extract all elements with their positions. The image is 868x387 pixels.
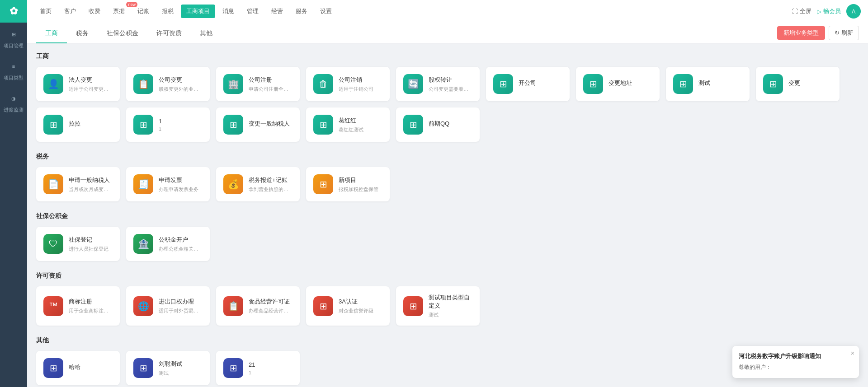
card-3a-cert[interactable]: ⊞ 3A认证 对企业信誉评级 (306, 286, 390, 326)
card-test[interactable]: ⊞ 测试 (666, 67, 750, 101)
fullscreen-icon: ⛶ (792, 8, 798, 15)
card-company-change[interactable]: 📋 公司变更 股权变更外的业务变更 (126, 67, 210, 101)
avatar[interactable]: A (846, 4, 861, 19)
tax-report-accounting-icon: 💰 (223, 174, 243, 194)
notification-close-button[interactable]: × (851, 350, 854, 357)
other-section-title: 其他 (36, 336, 859, 345)
apply-general-tax-title: 申请一般纳税人 (69, 176, 113, 184)
open-company-title: 开公司 (519, 79, 562, 87)
legal-change-desc: 适用于公司变更法人 (69, 86, 113, 93)
tab-social[interactable]: 社保公积金 (98, 23, 147, 43)
company-reg-icon: 🏢 (223, 74, 243, 94)
progress-monitor-icon: ◑ (7, 92, 20, 105)
project-type-icon: ≡ (7, 60, 20, 73)
trademark-reg-title: 商标注册 (69, 298, 113, 306)
main-area: 首页 客户 收费 票据 new 记账 报税 工商项目 消息 管理 经营 服务 设… (27, 0, 868, 387)
card-test-type[interactable]: ⊞ 测试项目类型自定义 测试 (396, 286, 480, 326)
company-cancel-title: 公司注销 (339, 76, 382, 84)
change-general-icon: ⊞ (223, 115, 243, 135)
card-apply-general-tax[interactable]: 📄 申请一般纳税人 当月或次月成变更完成 (36, 167, 120, 201)
social-reg-title: 社保登记 (69, 236, 113, 244)
nav-home[interactable]: 首页 (34, 5, 57, 18)
play-icon: ▷ (817, 8, 821, 15)
import-export-icon: 🌐 (133, 296, 153, 316)
ge-honghong-icon: ⊞ (313, 115, 333, 135)
nav-billing[interactable]: 收费 (83, 5, 106, 18)
notification-popup: × 河北税务数字账户升级影响通知 尊敬的用户： (732, 346, 859, 378)
refresh-button[interactable]: ↻ 刷新 (829, 26, 859, 40)
fullscreen-button[interactable]: ⛶ 全屏 (792, 7, 811, 15)
nav-tickets[interactable]: 票据 new (108, 5, 130, 18)
card-ge-honghong[interactable]: ⊞ 葛红红 葛红红测试 (306, 107, 390, 142)
3a-cert-title: 3A认证 (339, 298, 382, 306)
sidebar-item-project-type[interactable]: ≡ 项目类型 (0, 55, 27, 87)
card-change-general[interactable]: ⊞ 变更一般纳税人 (216, 107, 300, 142)
company-cancel-desc: 适用于注销公司 (339, 86, 382, 93)
new-type-button[interactable]: 新增业务类型 (777, 26, 825, 40)
sidebar-item-progress-monitor[interactable]: ◑ 进度监测 (0, 87, 27, 119)
apply-general-tax-desc: 当月或次月成变更完成 (69, 186, 113, 193)
card-company-cancel[interactable]: 🗑 公司注销 适用于注销公司 (306, 67, 390, 101)
card-change2[interactable]: ⊞ 变更 (756, 67, 840, 101)
card-liu-cong-test[interactable]: ⊞ 刘聪测试 测试 (126, 351, 210, 385)
twenty-one-icon: ⊞ (223, 358, 243, 378)
card-lala[interactable]: ⊞ 拉拉 (36, 107, 120, 142)
ge-honghong-title: 葛红红 (339, 117, 382, 125)
license-cards-grid: ™ 商标注册 用于企业商标注册服务 🌐 进出口权办理 适用于对外贸易经营者 📋 (36, 286, 859, 326)
card-apply-invoice[interactable]: 🧾 申请发票 办理申请发票业务 (126, 167, 210, 201)
card-social-reg[interactable]: 🛡 社保登记 进行人员社保登记 (36, 227, 120, 261)
card-change-address[interactable]: ⊞ 变更地址 (576, 67, 660, 101)
nav-settings[interactable]: 设置 (315, 5, 337, 18)
content-area: 工商 税务 社保公积金 许可资质 其他 新增业务类型 ↻ 刷新 工商 👤 (27, 23, 868, 387)
company-change-title: 公司变更 (159, 76, 203, 84)
nav-service[interactable]: 服务 (290, 5, 313, 18)
sidebar-item-project-mgmt[interactable]: ⊞ 项目管理 (0, 23, 27, 55)
trademark-reg-desc: 用于企业商标注册服务 (69, 308, 113, 314)
card-equity-transfer[interactable]: 🔄 股权转让 公司变更需要股权转让 (396, 67, 480, 101)
new-project-icon: ⊞ (313, 174, 333, 194)
tickets-badge: new (126, 2, 137, 7)
card-twenty-one[interactable]: ⊞ 21 1 (216, 351, 300, 385)
nav-client[interactable]: 客户 (59, 5, 81, 18)
company-change-icon: 📋 (133, 74, 153, 94)
nav-tax[interactable]: 报税 (156, 5, 179, 18)
tab-license[interactable]: 许可资质 (147, 23, 191, 43)
early-qq-icon: ⊞ (403, 115, 423, 135)
card-trademark-reg[interactable]: ™ 商标注册 用于企业商标注册服务 (36, 286, 120, 326)
twenty-one-desc: 1 (249, 370, 292, 375)
card-tax-report-accounting[interactable]: 💰 税务报道+记账 拿到营业执照的新公司 (216, 167, 300, 201)
fund-open-title: 公积金开户 (159, 236, 203, 244)
social-cards-grid: 🛡 社保登记 进行人员社保登记 🏦 公积金开户 办理公积金相关业务 (36, 227, 859, 261)
card-early-qq[interactable]: ⊞ 前期QQ (396, 107, 480, 142)
card-import-export[interactable]: 🌐 进出口权办理 适用于对外贸易经营者 (126, 286, 210, 326)
sidebar-logo: ✿ (0, 0, 27, 23)
nav-industry[interactable]: 工商项目 (181, 5, 215, 18)
tab-tax[interactable]: 税务 (67, 23, 98, 43)
member-button[interactable]: ▷ 畅会员 (817, 7, 841, 15)
tab-industry[interactable]: 工商 (36, 23, 67, 43)
haha-title: 哈哈 (69, 363, 113, 371)
card-one[interactable]: ⊞ 1 1 (126, 107, 210, 142)
equity-transfer-icon: 🔄 (403, 74, 423, 94)
card-food-license[interactable]: 📋 食品经营许可证 办理食品经营许可证 (216, 286, 300, 326)
card-legal-change[interactable]: 👤 法人变更 适用于公司变更法人 (36, 67, 120, 101)
tab-other[interactable]: 其他 (191, 23, 222, 43)
nav-message[interactable]: 消息 (217, 5, 240, 18)
3a-cert-desc: 对企业信誉评级 (339, 308, 382, 314)
nav-management[interactable]: 管理 (241, 5, 264, 18)
test-type-title: 测试项目类型自定义 (429, 294, 472, 310)
company-reg-desc: 申请公司注册全流程 (249, 86, 292, 93)
card-new-project[interactable]: ⊞ 新项目 报税加税控盘保管 (306, 167, 390, 201)
company-change-desc: 股权变更外的业务变更 (159, 86, 203, 93)
card-fund-open[interactable]: 🏦 公积金开户 办理公积金相关业务 (126, 227, 210, 261)
change-general-title: 变更一般纳税人 (249, 120, 292, 128)
tax-section-title: 税务 (36, 153, 859, 161)
nav-operation[interactable]: 经营 (266, 5, 288, 18)
card-haha[interactable]: ⊞ 哈哈 (36, 351, 120, 385)
change2-icon: ⊞ (763, 74, 783, 94)
tax-report-accounting-desc: 拿到营业执照的新公司 (249, 186, 292, 193)
change-address-title: 变更地址 (609, 79, 652, 87)
card-open-company[interactable]: ⊞ 开公司 (486, 67, 570, 101)
top-nav: 首页 客户 收费 票据 new 记账 报税 工商项目 消息 管理 经营 服务 设… (27, 0, 868, 23)
card-company-reg[interactable]: 🏢 公司注册 申请公司注册全流程 (216, 67, 300, 101)
